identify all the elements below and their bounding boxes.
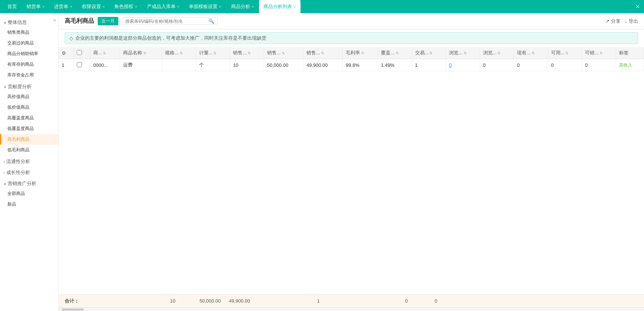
sort-icon-code[interactable]: ⇅ xyxy=(102,51,106,55)
tab-close-icon[interactable]: × xyxy=(135,4,137,9)
sidebar-group-arrow: › xyxy=(4,160,5,164)
sort-icon-coverage[interactable]: ⇅ xyxy=(395,51,399,55)
info-banner: ◇ 企业的主要的利润都是这部分商品创造的，可考虑加大推广，同时关注库存是不要出现… xyxy=(65,32,638,44)
nav-tab-权限设置[interactable]: 权限设置× xyxy=(78,0,109,13)
sidebar-item-高覆盖度商品[interactable]: 高覆盖度商品 xyxy=(0,113,58,123)
select-all-checkbox[interactable] xyxy=(77,50,82,55)
table-footer: 合计： 10 50,000.00 49,900.00 1 0 0 xyxy=(59,294,644,307)
sidebar-collapse-btn[interactable]: « xyxy=(51,16,58,23)
footer-trade: 1 xyxy=(314,298,343,304)
tab-close-icon[interactable]: × xyxy=(70,4,72,9)
row-checkbox[interactable] xyxy=(77,62,82,67)
sort-icon-current_stock[interactable]: ⇅ xyxy=(530,51,535,55)
sidebar-group-成长性分析[interactable]: ›成长性分析 xyxy=(0,166,58,177)
col-header-unit: 计量... ⇅ xyxy=(196,47,230,59)
export-button[interactable]: ↓ 导出 xyxy=(625,18,638,25)
sort-icon-available_stock[interactable]: ⇅ xyxy=(565,51,569,55)
sidebar-group-流通性分析[interactable]: ›流通性分析 xyxy=(0,155,58,166)
cell-settings: 1 xyxy=(59,59,74,71)
main-layout: « ∨整体信息销售类商品交易过的商品商品分销助销率有库存的商品库存资金占用∨贡献… xyxy=(0,13,644,311)
sidebar: « ∨整体信息销售类商品交易过的商品商品分销助销率有库存的商品库存资金占用∨贡献… xyxy=(0,13,59,311)
tab-close-icon[interactable]: × xyxy=(102,4,105,9)
col-header-sale_amount: 销售... ⇅ xyxy=(264,47,303,59)
export-label: 导出 xyxy=(629,18,638,25)
tab-close-icon[interactable]: × xyxy=(42,4,44,9)
sidebar-item-有库存的商品[interactable]: 有库存的商品 xyxy=(0,59,58,70)
cell-trade_count: 1 xyxy=(412,59,446,71)
nav-tab-单据模板设置[interactable]: 单据模板设置× xyxy=(184,0,226,13)
col-header-saleable_stock: 可销... ⇅ xyxy=(582,47,616,59)
info-icon: ◇ xyxy=(69,36,73,41)
sidebar-item-库存资金占用[interactable]: 库存资金占用 xyxy=(0,70,58,80)
col-label-sale_profit: 销售... xyxy=(306,50,320,55)
sidebar-item-低价值商品[interactable]: 低价值商品 xyxy=(0,102,58,113)
col-header-view1: 浏览... ⇅ xyxy=(446,47,480,59)
col-label-trade_count: 交易... xyxy=(415,50,429,55)
footer-sale-amount: 50,000.00 xyxy=(197,298,226,304)
cell-code: 0000... xyxy=(90,59,120,71)
sidebar-item-商品分销助销率[interactable]: 商品分销助销率 xyxy=(0,48,58,59)
footer-current: 0 xyxy=(402,298,432,304)
sort-icon-view2[interactable]: ⇅ xyxy=(497,51,501,55)
sort-icon-trade_count[interactable]: ⇅ xyxy=(428,51,432,55)
col-header-gross_margin: 毛利率 ⇅ xyxy=(343,47,378,59)
col-header-checkbox[interactable] xyxy=(74,47,90,59)
footer-sale-qty xyxy=(94,298,167,304)
sidebar-item-高毛利商品[interactable]: 高毛利商品 xyxy=(0,134,58,145)
tab-close-icon[interactable]: × xyxy=(252,4,254,9)
col-label-saleable_stock: 可销... xyxy=(585,50,598,55)
sidebar-group-arrow: › xyxy=(4,171,5,175)
cell-name: 运费 xyxy=(120,59,162,71)
nav-tab-商品分析[interactable]: 商品分析× xyxy=(227,0,258,13)
col-header-settings[interactable]: ⚙ xyxy=(59,47,74,59)
col-header-sale_qty: 销售... ⇅ xyxy=(230,47,264,59)
sidebar-item-交易过的商品[interactable]: 交易过的商品 xyxy=(0,38,58,48)
nav-tab-进货单[interactable]: 进货单× xyxy=(50,0,76,13)
col-header-sale_profit: 销售... ⇅ xyxy=(303,47,343,59)
sort-icon-name[interactable]: ⇅ xyxy=(142,51,146,55)
sidebar-group-贡献度分析[interactable]: ∨贡献度分析 xyxy=(0,80,58,91)
nav-tab-首页[interactable]: 首页 xyxy=(3,0,21,13)
nav-tab-角色授权[interactable]: 角色授权× xyxy=(110,0,141,13)
sort-icon-saleable_stock[interactable]: ⇅ xyxy=(598,51,602,55)
sort-icon-sale_qty[interactable]: ⇅ xyxy=(247,51,251,55)
share-button[interactable]: ↗ 分享 xyxy=(605,18,620,25)
sort-icon-spec[interactable]: ⇅ xyxy=(179,51,183,55)
tag-label: 高收入 xyxy=(619,62,632,68)
nav-tab-销货单[interactable]: 销货单× xyxy=(22,0,49,13)
sort-icon-view1[interactable]: ⇅ xyxy=(463,51,467,55)
nav-tab-商品分析列表[interactable]: 商品分析列表× xyxy=(259,0,300,13)
cell-view1: 0 xyxy=(446,59,480,71)
sort-icon-gross_margin[interactable]: ⇅ xyxy=(360,51,364,55)
view1-link[interactable]: 0 xyxy=(449,62,451,68)
close-all-tabs[interactable]: × xyxy=(636,3,640,11)
col-header-spec: 规格... ⇅ xyxy=(162,47,196,59)
sidebar-group-label: 流通性分析 xyxy=(6,158,30,165)
sidebar-group-整体信息[interactable]: ∨整体信息 xyxy=(0,16,58,27)
tab-close-icon[interactable]: × xyxy=(294,4,296,9)
sidebar-item-新品[interactable]: 新品 xyxy=(0,199,58,210)
sidebar-group-arrow: ∨ xyxy=(4,182,6,186)
tab-close-icon[interactable]: × xyxy=(219,4,221,9)
tab-close-icon[interactable]: × xyxy=(177,4,179,9)
sidebar-item-全部商品[interactable]: 全部商品 xyxy=(0,188,58,199)
nav-tab-产成品入库单[interactable]: 产成品入库单× xyxy=(143,0,184,13)
col-label-unit: 计量... xyxy=(199,50,213,55)
sidebar-group-营销推广分析[interactable]: ∨营销推广分析 xyxy=(0,177,58,188)
table-header: ⚙商... ⇅商品名称 ⇅规格... ⇅计量... ⇅销售... ⇅销售... … xyxy=(59,47,644,59)
sidebar-item-销售类商品[interactable]: 销售类商品 xyxy=(0,27,58,38)
search-input[interactable] xyxy=(125,19,208,24)
bottom-scrollbar[interactable] xyxy=(59,307,644,311)
col-label-tag: 标签 xyxy=(619,50,629,55)
sort-icon-unit[interactable]: ⇅ xyxy=(213,51,217,55)
search-icon[interactable]: 🔍 xyxy=(208,18,214,24)
sidebar-item-高价值商品[interactable]: 高价值商品 xyxy=(0,91,58,102)
col-label-view1: 浏览... xyxy=(449,50,463,55)
sort-icon-sale_amount[interactable]: ⇅ xyxy=(281,51,285,55)
sidebar-item-低毛利商品[interactable]: 低毛利商品 xyxy=(0,145,58,155)
sidebar-item-低覆盖度商品[interactable]: 低覆盖度商品 xyxy=(0,123,58,134)
sort-icon-sale_profit[interactable]: ⇅ xyxy=(320,51,324,55)
search-box: 🔍 xyxy=(122,17,217,25)
period-button[interactable]: 近一月 xyxy=(98,17,118,25)
export-icon: ↓ xyxy=(625,18,627,24)
